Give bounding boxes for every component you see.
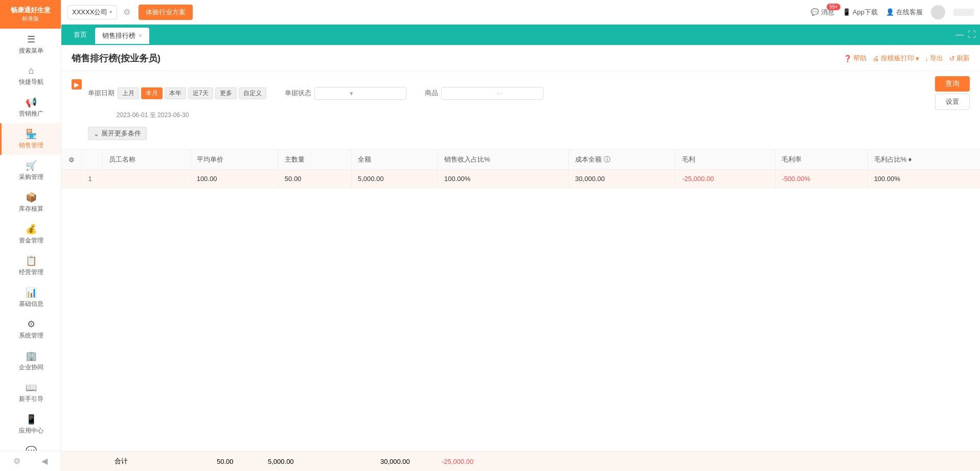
help-label: 帮助 (853, 54, 867, 63)
sidebar-item-wechat[interactable]: 💬 企业微信 (0, 440, 61, 451)
page-title-row: 销售排行榜(按业务员) ❓ 帮助 🖨 按模板打印 ▾ ↓ 导出 (72, 52, 970, 64)
sidebar-item-sales[interactable]: 🏪 销售管理 (0, 123, 61, 155)
export-label: 导出 (930, 54, 943, 63)
template-print-label: 按模板打印 (881, 54, 914, 63)
sidebar-item-operation[interactable]: 📋 经营管理 (0, 250, 61, 282)
topbar-right: 💬 消息 99+ 📱 App下载 👤 在线客服 (811, 5, 974, 19)
trial-button[interactable]: 体验行业方案 (139, 5, 193, 20)
date-this-year-btn[interactable]: 本年 (165, 87, 186, 99)
col-settings-icon[interactable]: ⚙ (69, 156, 75, 164)
col-cost: 成本全额 ⓘ (569, 150, 676, 170)
help-button[interactable]: ❓ 帮助 (844, 54, 867, 63)
status-filter-label: 单据状态 (285, 88, 311, 98)
sidebar-shortcut-icon: ⌂ (29, 65, 34, 76)
sidebar-marketing-label: 营销推广 (19, 109, 43, 118)
template-print-button[interactable]: 🖨 按模板打印 ▾ (873, 54, 919, 63)
cell-settings (61, 170, 82, 188)
company-name: XXXXX公司 (72, 8, 107, 17)
sidebar-item-corp[interactable]: 🏢 企业协同 (0, 345, 61, 377)
footer-qty: 50.00 (211, 458, 262, 465)
date-current-month-btn[interactable]: 本月 (141, 87, 163, 99)
tab-minimize-icon[interactable]: — (955, 30, 964, 39)
topbar-app-button[interactable]: 📱 App下载 (842, 8, 878, 17)
col-avg-price: 平均单价 (190, 150, 278, 170)
sidebar-apps-icon: 📱 (26, 414, 37, 425)
sidebar-collapse-icon[interactable]: ◀ (41, 456, 48, 466)
sidebar-item-shortcut[interactable]: ⌂ 快捷导航 (0, 60, 61, 92)
sidebar-apps-label: 应用中心 (19, 427, 43, 435)
date-7days-btn[interactable]: 近7天 (188, 87, 213, 99)
message-icon: 💬 (811, 8, 819, 16)
sidebar-item-purchase[interactable]: 🛒 采购管理 (0, 155, 61, 187)
sidebar-guide-label: 新手引导 (19, 395, 43, 403)
footer-gross: -25,000.00 (436, 458, 487, 465)
cell-gross: -25,000.00 (676, 170, 776, 188)
date-custom-btn[interactable]: 自定义 (239, 87, 266, 99)
topbar-service-button[interactable]: 👤 在线客服 (886, 8, 923, 17)
sidebar-sales-icon: 🏪 (26, 128, 37, 140)
col-settings[interactable]: ⚙ (61, 150, 82, 170)
status-select-arrow-icon: ▾ (350, 89, 353, 97)
sales-table: ⚙ 员工名称 平均单价 主数量 (61, 150, 980, 188)
sidebar-item-guide[interactable]: 📖 新手引导 (0, 377, 61, 409)
col-sales-pct: 销售收入占比% (438, 150, 568, 170)
app-logo: 畅康通好生意 标准版 (0, 0, 61, 29)
chevron-down-icon: ▾ (109, 9, 112, 15)
expand-conditions-button[interactable]: ⌄ 展开更多条件 (88, 127, 147, 140)
logo-line1: 畅康通好生意 (11, 6, 51, 15)
cell-amount: 5,000.00 (351, 170, 438, 188)
print-chevron-icon: ▾ (916, 55, 919, 62)
page-title: 销售排行榜(按业务员) (72, 52, 161, 64)
topbar: XXXXX公司 ▾ ⚙ 体验行业方案 💬 消息 99+ 📱 App下载 👤 在线… (61, 0, 980, 25)
query-button[interactable]: 查询 (935, 76, 970, 92)
query-actions: 查询 设置 (935, 76, 970, 110)
topbar-gear-icon[interactable]: ⚙ (123, 7, 130, 17)
company-select[interactable]: XXXXX公司 ▾ (67, 5, 117, 19)
table-body: 1 100.00 50.00 (61, 170, 980, 188)
sidebar-item-system[interactable]: ⚙ 系统管理 (0, 313, 61, 345)
sidebar-system-label: 系统管理 (19, 331, 43, 340)
service-icon: 👤 (886, 8, 894, 16)
main-area: XXXXX公司 ▾ ⚙ 体验行业方案 💬 消息 99+ 📱 App下载 👤 在线… (61, 0, 980, 471)
refresh-button[interactable]: ↺ 刷新 (949, 54, 970, 63)
cell-gross-rate: -500.00% (776, 170, 868, 188)
user-avatar[interactable] (931, 5, 945, 19)
filter-toggle-icon[interactable]: ▶ (72, 79, 82, 89)
page-header: 销售排行榜(按业务员) ❓ 帮助 🖨 按模板打印 ▾ ↓ 导出 (61, 45, 980, 71)
date-prev-month-btn[interactable]: 上月 (118, 87, 139, 99)
sidebar-search-label: 搜索菜单 (19, 47, 43, 55)
goods-select[interactable]: ··· (441, 87, 543, 100)
status-filter-group: 单据状态 ▾ (285, 87, 406, 100)
more-conditions-row: ⌄ 展开更多条件 (88, 123, 970, 144)
sidebar-corp-label: 企业协同 (19, 363, 43, 372)
sidebar-sales-label: 销售管理 (19, 141, 43, 150)
topbar-message-button[interactable]: 💬 消息 99+ (811, 8, 834, 17)
sidebar-system-icon: ⚙ (27, 319, 35, 330)
sidebar-item-basic[interactable]: 📊 基础信息 (0, 282, 61, 313)
sidebar-item-marketing[interactable]: 📢 营销推广 (0, 92, 61, 123)
table-container[interactable]: ⚙ 员工名称 平均单价 主数量 (61, 150, 980, 451)
tab-home[interactable]: 首页 (65, 25, 95, 45)
sidebar-settings-icon[interactable]: ⚙ (13, 456, 20, 466)
sidebar-finance-icon: 💰 (26, 223, 37, 235)
content-area: 销售排行榜(按业务员) ❓ 帮助 🖨 按模板打印 ▾ ↓ 导出 (61, 45, 980, 471)
print-icon: 🖨 (873, 55, 879, 62)
status-select[interactable]: ▾ (314, 87, 406, 100)
filter-settings-button[interactable]: 设置 (935, 94, 970, 110)
date-filter-group: 单据日期 上月 本月 本年 近7天 更多 自定义 (88, 87, 266, 99)
date-more-btn[interactable]: 更多 (215, 87, 237, 99)
col-gross-rate: 毛利率 (776, 150, 868, 170)
sidebar-item-search[interactable]: ☰ 搜索菜单 (0, 29, 61, 60)
tab-fullscreen-icon[interactable]: ⛶ (968, 30, 976, 39)
sidebar-item-apps[interactable]: 📱 应用中心 (0, 409, 61, 440)
sidebar-item-inventory[interactable]: 📦 库存核算 (0, 187, 61, 218)
tab-close-icon[interactable]: × (139, 32, 142, 39)
sidebar-item-finance[interactable]: 💰 资金管理 (0, 218, 61, 250)
date-filter-label: 单据日期 (88, 88, 115, 98)
sidebar-basic-label: 基础信息 (19, 300, 43, 308)
tab-sales-ranking[interactable]: 销售排行榜 × (95, 28, 149, 44)
cell-sales-pct: 100.00% (438, 170, 568, 188)
export-button[interactable]: ↓ 导出 (925, 54, 944, 63)
sidebar-nav: ☰ 搜索菜单 ⌂ 快捷导航 📢 营销推广 🏪 销售管理 🛒 采购管理 📦 库存核… (0, 29, 61, 451)
col-gross: 毛利 (676, 150, 776, 170)
